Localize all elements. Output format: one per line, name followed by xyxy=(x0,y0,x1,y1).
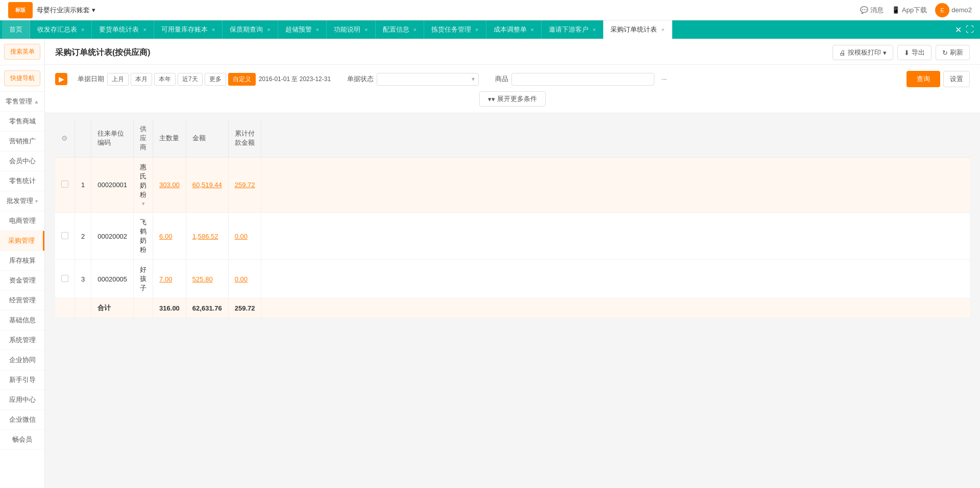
td-paid: 0.00 xyxy=(228,260,261,298)
td-empty xyxy=(261,213,970,260)
close-icon[interactable]: × xyxy=(81,27,84,33)
close-icon[interactable]: × xyxy=(316,27,319,33)
quick-nav-btn[interactable]: 快捷导航 xyxy=(4,70,40,86)
app-download-icon: 📱 xyxy=(892,6,900,14)
company-selector[interactable]: 母婴行业演示账套 ▾ xyxy=(37,6,95,15)
date-filter: 单据日期 上月 本月 本年 近7天 更多 自定义 2016-01-01 至 20… xyxy=(78,73,331,86)
status-filter: 单据状态 xyxy=(347,73,479,86)
company-dropdown-icon: ▾ xyxy=(92,6,95,14)
sidebar-item-retail-mall[interactable]: 零售商城 xyxy=(0,112,44,132)
status-select[interactable] xyxy=(377,73,479,86)
data-table: ⚙ 往来单位编码 供应商 主数量 金额 累计付款金额 1 xyxy=(55,119,970,318)
close-icon[interactable]: × xyxy=(593,27,596,33)
export-btn[interactable]: ⬇ 导出 xyxy=(897,45,932,60)
td-code: 00020001 xyxy=(91,158,134,213)
nav-fullscreen-icon[interactable]: ⛶ xyxy=(966,25,974,34)
td-checkbox[interactable] xyxy=(55,260,75,298)
expand-more-btn[interactable]: ▾▾ 展开更多条件 xyxy=(479,91,546,107)
message-icon: 💬 xyxy=(860,6,868,14)
td-quantity: 7.00 xyxy=(153,260,186,298)
close-icon[interactable]: × xyxy=(212,27,215,33)
last-month-btn[interactable]: 上月 xyxy=(107,73,129,86)
tab-function-desc[interactable]: 功能说明 × xyxy=(327,20,375,39)
table-row: 3 00020005 好孩子 7.00 525.80 0.00 xyxy=(55,260,970,298)
td-amount: 60,519.44 xyxy=(186,158,228,213)
this-month-btn[interactable]: 本月 xyxy=(131,73,152,86)
sidebar-item-inventory[interactable]: 库存核算 xyxy=(0,251,44,271)
tab-usable-inventory[interactable]: 可用量库存账本 × xyxy=(154,20,223,39)
close-icon[interactable]: × xyxy=(531,27,534,33)
supplier-expand-icon[interactable]: ▾ xyxy=(142,200,145,207)
column-settings-icon[interactable]: ⚙ xyxy=(61,134,68,142)
sidebar-item-system-mgmt[interactable]: 系统管理 xyxy=(0,330,44,350)
sidebar-item-member-center[interactable]: 会员中心 xyxy=(0,151,44,171)
main-layout: 搜索英单 快捷导航 零售管理 ▲ 零售商城 营销推广 会员中心 零售统计 批发管… xyxy=(0,39,980,488)
close-icon[interactable]: × xyxy=(661,27,664,33)
tab-config-info[interactable]: 配置信息 × xyxy=(376,20,424,39)
query-btn[interactable]: 查询 xyxy=(906,71,940,87)
sidebar-item-app-center[interactable]: 应用中心 xyxy=(0,390,44,410)
tab-invite-downstream[interactable]: 邀请下游客户 × xyxy=(542,20,603,39)
goods-input[interactable] xyxy=(511,73,654,86)
th-supplier: 供应商 xyxy=(134,119,153,158)
td-checkbox[interactable] xyxy=(55,158,75,213)
sidebar-item-purchase-mgmt[interactable]: 采购管理 xyxy=(0,231,44,251)
user-profile-btn[interactable]: E demo2 xyxy=(935,3,972,17)
sidebar-item-wholesale-mgmt[interactable]: 批发管理 ▾ xyxy=(0,191,44,211)
tab-picking-task[interactable]: 拣货任务管理 × xyxy=(424,20,486,39)
checkbox-icon[interactable] xyxy=(61,181,68,188)
print-dropdown-icon: ▾ xyxy=(883,49,887,57)
sidebar-item-operations[interactable]: 经营管理 xyxy=(0,291,44,311)
sidebar-item-marketing[interactable]: 营销推广 xyxy=(0,132,44,151)
checkbox-icon[interactable] xyxy=(61,232,68,239)
refresh-btn[interactable]: ↻ 刷新 xyxy=(936,45,970,60)
nav-close-icon[interactable]: ✕ xyxy=(955,25,962,35)
sidebar-item-retail-stats[interactable]: 零售统计 xyxy=(0,171,44,191)
sidebar-item-retail-mgmt[interactable]: 零售管理 ▲ xyxy=(0,92,44,112)
td-paid: 0.00 xyxy=(228,213,261,260)
tab-order-stats[interactable]: 要货单统计表 × xyxy=(92,20,154,39)
custom-date-btn[interactable]: 自定义 xyxy=(228,73,256,86)
sidebar-item-enterprise-collab[interactable]: 企业协同 xyxy=(0,350,44,370)
last-7-days-btn[interactable]: 近7天 xyxy=(178,73,203,86)
close-icon[interactable]: × xyxy=(143,27,146,33)
export-icon: ⬇ xyxy=(904,49,910,57)
sidebar-item-enterprise-wechat[interactable]: 企业微信 xyxy=(0,410,44,430)
settings-btn[interactable]: 设置 xyxy=(943,71,970,87)
refresh-icon: ↻ xyxy=(942,49,948,57)
expand-filter-btn[interactable]: ▶ xyxy=(55,73,67,85)
sidebar-item-ecommerce[interactable]: 电商管理 xyxy=(0,211,44,231)
tab-overstock-warning[interactable]: 超储预警 × xyxy=(278,20,327,39)
close-icon[interactable]: × xyxy=(267,27,270,33)
td-checkbox[interactable] xyxy=(55,213,75,260)
search-menu-btn[interactable]: 搜索英单 xyxy=(4,44,40,60)
td-index: 3 xyxy=(75,260,91,298)
this-year-btn[interactable]: 本年 xyxy=(154,73,176,86)
tab-purchase-order-stats[interactable]: 采购订单统计表 × xyxy=(603,20,672,39)
tab-expiry-query[interactable]: 保质期查询 × xyxy=(223,20,278,39)
tab-cost-adjust[interactable]: 成本调整单 × xyxy=(486,20,542,39)
message-btn[interactable]: 💬 消息 xyxy=(860,6,884,15)
tab-receive-summary[interactable]: 收发存汇总表 × xyxy=(30,20,92,39)
date-quick-btns: 上月 本月 本年 近7天 更多 自定义 xyxy=(107,73,256,86)
close-icon[interactable]: × xyxy=(475,27,478,33)
sidebar: 搜索英单 快捷导航 零售管理 ▲ 零售商城 营销推广 会员中心 零售统计 批发管… xyxy=(0,39,45,488)
th-settings[interactable]: ⚙ xyxy=(55,119,75,158)
print-btn[interactable]: 🖨 按模板打印 ▾ xyxy=(832,45,893,60)
print-icon: 🖨 xyxy=(839,49,846,57)
td-supplier: 惠氏奶粉 ▾ xyxy=(134,158,153,213)
more-date-btn[interactable]: 更多 xyxy=(205,73,226,86)
checkbox-icon[interactable] xyxy=(61,275,68,282)
sidebar-item-member[interactable]: 畅会员 xyxy=(0,430,44,450)
sidebar-quicknav-section: 快捷导航 xyxy=(0,65,44,92)
sidebar-item-basic-info[interactable]: 基础信息 xyxy=(0,311,44,330)
filter-area: ▶ 单据日期 上月 本月 本年 近7天 更多 自定义 2016-01-01 至 … xyxy=(45,65,980,113)
tab-home[interactable]: 首页 xyxy=(2,20,30,39)
close-icon[interactable]: × xyxy=(364,27,368,33)
table-header-row: ⚙ 往来单位编码 供应商 主数量 金额 累计付款金额 xyxy=(55,119,970,158)
sidebar-item-finance[interactable]: 资金管理 xyxy=(0,271,44,291)
close-icon[interactable]: × xyxy=(413,27,416,33)
more-goods-btn[interactable]: ··· xyxy=(657,73,671,85)
sidebar-item-new-guide[interactable]: 新手引导 xyxy=(0,370,44,390)
app-download-btn[interactable]: 📱 App下载 xyxy=(892,6,927,15)
